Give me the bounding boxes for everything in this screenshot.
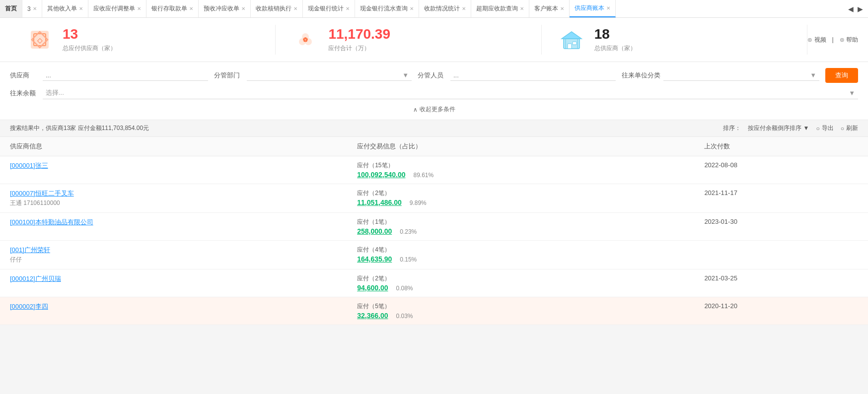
tx-amount-row: 100,092,540.0089.61% (357, 171, 684, 179)
category-select[interactable]: ▼ (663, 70, 820, 81)
nav-tab-receipt-stats-label: 收款情况统计 (424, 4, 460, 13)
nav-tab-3[interactable]: 3 ✕ (22, 0, 42, 17)
supplier-link[interactable]: [001]广州荣轩 (10, 246, 50, 254)
nav-tab-supplier-ledger[interactable]: 供应商账本 ✕ (570, 0, 616, 17)
filter-row-1: 供应商 分管部门 ▼ 分管人员 往来单位分类 ▼ 查询 (10, 68, 858, 83)
tx-label: 应付（5笔） (357, 302, 684, 311)
supplier-info-cell: [001]广州荣轩仔仔 (0, 241, 347, 269)
close-icon[interactable]: ✕ (79, 6, 83, 11)
close-icon[interactable]: ✕ (137, 6, 141, 11)
nav-tab-cash-flow-query[interactable]: 现金银行流水查询 ✕ (355, 0, 419, 17)
supplier-sub: 仔仔 (10, 256, 337, 264)
tx-amount[interactable]: 32,366.00 (357, 312, 388, 320)
supplier-info-cell: [000012]广州贝瑞 (0, 269, 347, 297)
supplier-info-cell: [000100]本特勤油品有限公司 (0, 213, 347, 241)
tx-amount[interactable]: 94,600.00 (357, 284, 388, 292)
last-pay-cell: 2020-11-20 (694, 297, 868, 325)
store-icon (557, 25, 586, 55)
nav-tab-supplier-ledger-label: 供应商账本 (575, 4, 604, 12)
last-pay-date: 2022-08-08 (704, 161, 737, 169)
supplier-link[interactable]: [000007]恒旺二手叉车 (10, 190, 74, 197)
nav-right-arrow[interactable]: ▶ (856, 4, 865, 14)
summary-card-payable-total: ✿ 11,170.39 应付合计（万） (276, 25, 541, 55)
query-button[interactable]: 查询 (825, 68, 858, 83)
nav-left-arrow[interactable]: ◀ (846, 4, 856, 14)
nav-tab-overdue-query[interactable]: 超期应收款查询 ✕ (471, 0, 529, 17)
refresh-button[interactable]: ○ 刷新 (841, 124, 858, 132)
nav-tab-home[interactable]: 首页 (0, 0, 22, 17)
total-suppliers-text: 18 总供应商（家） (594, 27, 636, 53)
nav-tab-bank-deposit[interactable]: 银行存取款单 ✕ (146, 0, 199, 17)
tx-label: 应付（2笔） (357, 274, 684, 283)
close-icon[interactable]: ✕ (33, 6, 37, 11)
filter-bar: 供应商 分管部门 ▼ 分管人员 往来单位分类 ▼ 查询 往来余额 选择 (0, 62, 868, 120)
table-scroll-wrapper: 供应商信息 应付交易信息（占比） 上次付数 [000001]张三应付（15笔）1… (0, 137, 868, 325)
tx-info-cell: 应付（2笔）11,051,486.009.89% (347, 184, 694, 213)
close-icon[interactable]: ✕ (606, 5, 610, 11)
close-icon[interactable]: ✕ (189, 6, 193, 11)
dept-filter-label: 分管部门 (214, 71, 244, 80)
supplier-link[interactable]: [000002]李四 (10, 303, 48, 310)
tx-percentage: 0.15% (400, 256, 417, 263)
help-link[interactable]: ⊙ 帮助 (840, 36, 858, 44)
filter-row-2: 往来余额 选择... ▼ (10, 87, 858, 99)
tx-amount[interactable]: 100,092,540.00 (357, 171, 405, 179)
person-input[interactable] (450, 70, 616, 81)
supplier-link[interactable]: [000001]张三 (10, 162, 48, 169)
tx-amount[interactable]: 11,051,486.00 (357, 198, 402, 206)
sort-label: 排序： (723, 124, 741, 132)
last-pay-cell: 2021-11-17 (694, 184, 868, 213)
nav-tab-payment-exec[interactable]: 收款核销执行 ✕ (251, 0, 303, 17)
tx-amount[interactable]: 258,000.00 (357, 227, 392, 235)
tx-amount-row: 258,000.000.23% (357, 227, 684, 235)
supplier-link[interactable]: [000012]广州贝瑞 (10, 275, 61, 282)
svg-text:◇: ◇ (37, 36, 43, 44)
sort-select[interactable]: 按应付余额倒序排序 ▼ (748, 124, 809, 132)
nav-tab-cash-bank-stats[interactable]: 现金银行统计 ✕ (303, 0, 355, 17)
supplier-input[interactable] (43, 70, 208, 81)
tx-percentage: 0.03% (396, 313, 413, 320)
export-label: 导出 (822, 124, 834, 132)
last-pay-cell: 2021-03-25 (694, 269, 868, 297)
dept-select[interactable]: ▼ (247, 70, 412, 81)
close-icon[interactable]: ✕ (241, 6, 245, 11)
balance-select[interactable]: 选择... ▼ (43, 87, 858, 99)
last-pay-date: 2023-01-30 (704, 218, 737, 225)
close-icon[interactable]: ✕ (410, 6, 414, 11)
close-icon[interactable]: ✕ (346, 6, 350, 11)
nav-tab-customer-ledger[interactable]: 客户账本 ✕ (529, 0, 570, 17)
close-icon[interactable]: ✕ (520, 6, 524, 11)
balance-select-value: 选择... (46, 88, 64, 97)
tx-percentage: 0.23% (400, 228, 417, 235)
nav-tab-other-income[interactable]: 其他收入单 ✕ (42, 0, 88, 17)
payable-total-label: 应付合计（万） (328, 44, 390, 53)
collapse-button[interactable]: ∧ 收起更多条件 (10, 103, 858, 116)
video-link[interactable]: ⊙ 视频 (807, 36, 826, 44)
diamond-icon: ◇ (25, 25, 55, 55)
svg-rect-12 (573, 42, 577, 45)
svg-rect-11 (568, 44, 572, 49)
export-button[interactable]: ○ 导出 (816, 124, 834, 132)
last-pay-date: 2020-11-20 (704, 302, 737, 310)
col-supplier-info-label: 供应商信息 (10, 142, 42, 150)
close-icon[interactable]: ✕ (293, 6, 297, 11)
tx-info-cell: 应付（1笔）258,000.000.23% (347, 213, 694, 241)
nav-tab-cash-flow-query-label: 现金银行流水查询 (360, 4, 408, 13)
nav-tab-receipt-stats[interactable]: 收款情况统计 ✕ (419, 0, 471, 17)
col-supplier-info: 供应商信息 (0, 137, 347, 156)
close-icon[interactable]: ✕ (560, 6, 564, 11)
separator: | (832, 36, 834, 43)
close-icon[interactable]: ✕ (462, 6, 466, 11)
tx-amount[interactable]: 164,635.90 (357, 255, 392, 263)
nav-tab-ar-ap-adj[interactable]: 应收应付调整单 ✕ (88, 0, 146, 17)
chevron-up-icon: ∧ (413, 106, 418, 113)
nav-tab-prepayment[interactable]: 预收冲应收单 ✕ (199, 0, 251, 17)
results-summary: 搜索结果中，供应商13家 应付金额111,703,854.00元 (10, 124, 149, 132)
tx-label: 应付（2笔） (357, 189, 684, 197)
last-pay-cell (694, 241, 868, 269)
supplier-link[interactable]: [000100]本特勤油品有限公司 (10, 218, 93, 226)
nav-arrows: ◀ ▶ (843, 4, 868, 14)
supplier-table: 供应商信息 应付交易信息（占比） 上次付数 [000001]张三应付（15笔）1… (0, 137, 868, 325)
payable-suppliers-value: 13 (63, 27, 116, 42)
filter-category: 往来单位分类 ▼ (622, 70, 820, 81)
